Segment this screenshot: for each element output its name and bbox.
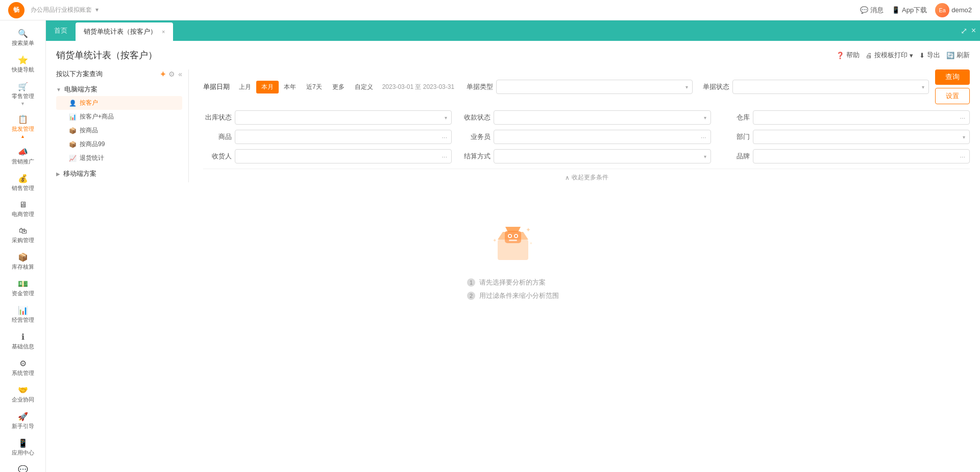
app-download-button[interactable]: 📱 App下载	[892, 6, 927, 15]
export-button[interactable]: ⬇ 导出	[919, 51, 940, 60]
help-icon: ❓	[836, 52, 844, 59]
inventory-icon: 📦	[18, 252, 28, 262]
svg-rect-8	[509, 240, 517, 241]
payment-dropdown[interactable]: ▾	[494, 110, 710, 125]
salesperson-input[interactable]: ···	[494, 130, 710, 144]
receiver-dots-icon: ···	[442, 153, 447, 160]
print-button[interactable]: 🖨 按模板打印 ▾	[866, 51, 913, 60]
message-button[interactable]: 💬 消息	[860, 6, 884, 15]
date-option-this-year[interactable]: 本年	[279, 81, 301, 93]
guide-icon: 🚀	[18, 412, 28, 421]
sidebar-item-retail[interactable]: 🛒 零售管理 ▼	[0, 78, 45, 110]
sidebar-item-search[interactable]: 🔍 搜索菜单	[0, 25, 45, 51]
date-option-custom[interactable]: 自定义	[350, 81, 378, 93]
refresh-button[interactable]: 🔄 刷新	[946, 51, 970, 60]
tab-active[interactable]: 销货单统计表（按客户） ×	[76, 22, 173, 41]
help-button[interactable]: ❓ 帮助	[836, 51, 860, 60]
info-icon: ℹ	[21, 332, 24, 342]
filter-panel: 单据日期 上月 本月 本年 近7天 更多 自定义 2023-03-01 至 20…	[203, 69, 970, 186]
user-menu[interactable]: Ea demo2	[935, 3, 972, 17]
date-option-last-month[interactable]: 上月	[234, 81, 256, 93]
product-icon: 📦	[68, 127, 77, 135]
add-scheme-button[interactable]: +	[161, 69, 165, 79]
sidebar-item-wechat[interactable]: 💬 企业微信	[0, 461, 45, 472]
ecommerce-icon: 🖥	[19, 200, 27, 209]
type-dropdown[interactable]: ▾	[496, 80, 693, 94]
scheme-group-desktop-title[interactable]: ▼ 电脑端方案	[56, 83, 182, 96]
page-title: 销货单统计表（按客户）	[56, 49, 157, 61]
appcenter-icon: 📱	[18, 438, 28, 448]
empty-state: ✦ ✦ ✦ 1 请先选择要分析的方案 2	[56, 186, 970, 331]
sidebar-item-inventory[interactable]: 📦 库存核算	[0, 248, 45, 275]
query-button[interactable]: 查询	[935, 69, 970, 85]
sidebar-item-operations[interactable]: 📊 经营管理	[0, 301, 45, 328]
type-label: 单据类型	[464, 82, 493, 91]
sidebar-item-system[interactable]: ⚙ 系统管理	[0, 355, 45, 381]
sidebar-item-purchase[interactable]: 🛍 采购管理	[0, 222, 45, 248]
print-icon: 🖨	[866, 52, 872, 59]
payment-method-label: 结算方式	[462, 152, 491, 161]
svg-rect-3	[505, 231, 521, 243]
retail-icon: 🛒	[18, 82, 28, 91]
maximize-icon[interactable]: ⤢	[961, 26, 967, 36]
scheme-panel: 按以下方案查询 + ⚙ « ▼	[56, 69, 189, 182]
scheme-item-by-customer[interactable]: 👤 按客户	[56, 96, 182, 110]
type-caret-icon: ▾	[685, 84, 688, 90]
payment-caret-icon: ▾	[704, 115, 706, 121]
product-field: 商品 ···	[203, 130, 452, 144]
status-caret-icon: ▾	[922, 84, 924, 90]
payment-method-caret-icon: ▾	[704, 154, 706, 159]
date-option-7days[interactable]: 近7天	[301, 81, 327, 93]
download-icon: 📱	[892, 6, 900, 14]
outstock-label: 出库状态	[203, 113, 232, 122]
empty-tips: 1 请先选择要分析的方案 2 用过滤条件来缩小分析范围	[467, 278, 559, 300]
message-icon: 💬	[860, 6, 868, 14]
department-caret-icon: ▾	[963, 134, 965, 140]
status-label: 单据状态	[701, 82, 729, 91]
outstock-field: 出库状态 ▾	[203, 110, 452, 125]
product99-icon: 📦	[68, 140, 77, 149]
product-input[interactable]: ···	[235, 130, 452, 144]
brand-input[interactable]: ···	[753, 149, 970, 163]
scheme-item-by-product99[interactable]: 📦 按商品99	[56, 137, 182, 151]
sidebar-item-sales[interactable]: 💰 销售管理	[0, 170, 45, 196]
tab-home[interactable]: 首页	[46, 20, 76, 41]
scheme-item-by-customer-product[interactable]: 📊 按客户+商品	[56, 110, 182, 124]
sidebar-item-collab[interactable]: 🤝 企业协同	[0, 381, 45, 408]
receiver-input[interactable]: ···	[235, 149, 452, 163]
app-title[interactable]: 办公用品行业模拟账套 ▾	[29, 6, 99, 14]
sidebar-item-guide[interactable]: 🚀 新手引导	[0, 408, 45, 434]
settings-button[interactable]: 设置	[935, 88, 970, 104]
warehouse-input[interactable]: ···	[753, 110, 970, 125]
date-option-this-month[interactable]: 本月	[256, 81, 279, 93]
payment-method-dropdown[interactable]: ▾	[494, 149, 710, 163]
collapse-up-icon: ∧	[565, 174, 570, 181]
department-dropdown[interactable]: ▾	[753, 130, 970, 144]
scheme-group-desktop: ▼ 电脑端方案 👤 按客户 📊 按客户+商品	[56, 83, 182, 165]
department-label: 部门	[721, 132, 750, 141]
settings-scheme-button[interactable]: ⚙	[168, 70, 175, 78]
sidebar-item-basicinfo[interactable]: ℹ 基础信息	[0, 328, 45, 355]
svg-point-7	[515, 235, 517, 237]
outstock-dropdown[interactable]: ▾	[235, 110, 452, 125]
collapse-bar[interactable]: ∧ 收起更多条件	[203, 169, 970, 186]
print-dropdown-icon: ▾	[910, 52, 913, 59]
sidebar-item-finance[interactable]: 💵 资金管理	[0, 275, 45, 301]
scheme-group-mobile-title[interactable]: ▶ 移动端方案	[56, 167, 182, 180]
status-dropdown[interactable]: ▾	[732, 80, 929, 94]
date-option-more[interactable]: 更多	[327, 81, 350, 93]
sidebar-item-marketing[interactable]: 📣 营销推广	[0, 143, 45, 170]
collapse-scheme-button[interactable]: «	[178, 70, 182, 78]
marketing-icon: 📣	[18, 147, 28, 157]
tab-close-icon[interactable]: ×	[162, 29, 165, 35]
close-window-icon[interactable]: ×	[971, 26, 976, 36]
sidebar-item-ecommerce[interactable]: 🖥 电商管理	[0, 196, 45, 222]
return-icon: 📈	[68, 154, 77, 162]
scheme-item-return-stats[interactable]: 📈 退货统计	[56, 151, 182, 165]
scheme-item-by-product[interactable]: 📦 按商品	[56, 124, 182, 137]
sidebar-item-quicknav[interactable]: ⭐ 快捷导航	[0, 51, 45, 78]
export-icon: ⬇	[919, 52, 925, 59]
brand-label: 品牌	[721, 152, 750, 161]
sidebar-item-wholesale[interactable]: 📋 批发管理 ▲	[0, 110, 45, 143]
sidebar-item-appcenter[interactable]: 📱 应用中心	[0, 434, 45, 461]
